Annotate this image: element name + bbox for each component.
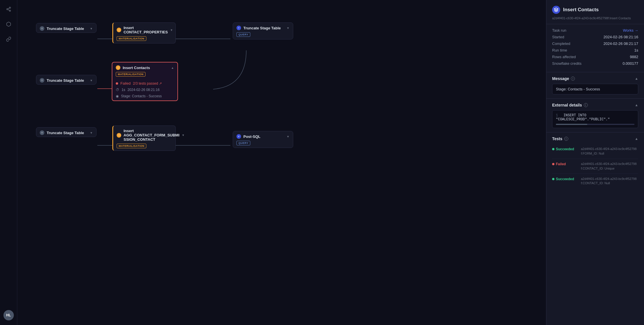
message-section-header: Message i ▲ [552, 76, 638, 81]
insert-contacts-body: Failed 2/3 tests passed ↗ ⏱ 1s 2024-02-2… [112, 79, 177, 100]
svg-point-2 [9, 10, 11, 12]
test-3-status: Succeeded [556, 177, 574, 181]
panel-title: Insert Contacts [563, 7, 599, 13]
code-line-num: 1 [556, 113, 558, 117]
panel-id: a2d4f401-c630-4f24-a243-bc9c4f52798f:Ins… [552, 16, 638, 20]
insert-props-chevron[interactable]: ▼ [170, 28, 173, 32]
run-datetime: 2024-02-26 08:21:16 [128, 88, 160, 92]
code-scrollbar-thumb [556, 124, 587, 125]
node-truncate-1-header: T Truncate Stage Table ▼ [36, 23, 96, 33]
insert-contacts-msg-row: ◉ Stage: Contacts - Success [116, 94, 174, 98]
connections-svg [17, 0, 546, 325]
test-item-2[interactable]: Failed a2d4f401-c630-4f24-a243-bc9c4f527… [552, 159, 638, 174]
truncate-4-chevron[interactable]: ▼ [90, 131, 93, 134]
post-sql-icon: P [236, 134, 241, 139]
truncate-3-icon: T [40, 78, 44, 83]
test-1-dot [552, 148, 554, 150]
task-run-label: Task run [552, 28, 566, 33]
insert-agg-header: ⬡ InsertAGG_CONTACT_FORM_SUBMISSION_CONT… [113, 126, 175, 143]
task-run-value[interactable]: Works → [623, 28, 638, 33]
started-label: Started [552, 35, 564, 39]
message-section: Message i ▲ Stage: Contacts - Success [546, 72, 644, 99]
tests-section: Tests i ▲ Succeeded a2d4f401-c630-4f24-a… [546, 132, 644, 325]
truncate-query-badge: QUERY [236, 32, 250, 37]
panel-icon [552, 6, 560, 14]
svg-point-0 [9, 7, 11, 9]
insert-contacts-icon: ⬡ [116, 65, 120, 70]
external-details-info-icon[interactable]: i [584, 103, 588, 107]
insert-props-badge: MATERIALISATION [117, 36, 146, 41]
external-details-collapse[interactable]: ▲ [635, 103, 638, 107]
link-icon[interactable] [4, 35, 13, 44]
truncate-4-icon: T [40, 130, 44, 135]
test-2-badge: Failed [552, 162, 578, 166]
msg-text: Stage: Contacts - Success [121, 94, 162, 98]
post-sql-badge: QUERY [236, 141, 250, 145]
run-time-label: Run time [552, 48, 567, 52]
message-collapse-btn[interactable]: ▲ [635, 77, 638, 81]
run-time: 1s [122, 88, 125, 92]
test-item-1[interactable]: Succeeded a2d4f401-c630-4f24-a243-bc9c4f… [552, 144, 638, 159]
test-1-badge: Succeeded [552, 147, 578, 151]
tests-info-icon[interactable]: i [564, 137, 568, 141]
node-truncate-3[interactable]: T Truncate Stage Table ▼ [36, 75, 96, 85]
truncate-1-icon: T [40, 26, 44, 31]
truncate-3-header: T Truncate Stage Table ▼ [36, 75, 96, 84]
run-time-value: 1s [634, 48, 638, 52]
rows-affected-row: Rows affected 9882 [552, 55, 638, 59]
insert-props-title: InsertCONTACT_PROPERTIES [124, 26, 168, 34]
package-icon[interactable] [4, 20, 13, 29]
node-insert-contact-props[interactable]: ⬡ InsertCONTACT_PROPERTIES ▼ MATERIALISA… [112, 22, 176, 43]
node-post-sql[interactable]: P Post-SQL ▼ QUERY [233, 131, 293, 148]
rows-affected-value: 9882 [630, 55, 638, 59]
snowflake-row: Snowflake credits 0.000177 [552, 61, 638, 66]
canvas: T Truncate Stage Table ▼ ⬡ InsertCONTACT… [17, 0, 546, 325]
message-section-title: Message i [552, 76, 575, 81]
status-failed-label: Failed [120, 81, 130, 85]
panel-title-row: Insert Contacts [552, 6, 638, 14]
node-truncate-4[interactable]: T Truncate Stage Table ▼ [36, 127, 96, 137]
run-time-row: Run time 1s [552, 48, 638, 52]
code-block: 1 INSERT INTO "COALESCE_PROD"."PUBLIC"." [552, 110, 638, 128]
truncate-3-chevron[interactable]: ▼ [90, 79, 93, 82]
right-panel: Insert Contacts a2d4f401-c630-4f24-a243-… [546, 0, 644, 325]
insert-contacts-time-row: ⏱ 1s 2024-02-26 08:21:16 [116, 88, 174, 92]
node-truncate-1[interactable]: T Truncate Stage Table ▼ [36, 23, 96, 33]
rows-affected-label: Rows affected [552, 55, 576, 59]
post-sql-header: P Post-SQL ▼ [233, 131, 293, 140]
svg-line-3 [8, 9, 9, 10]
completed-value: 2024-02-26 08:21:17 [603, 41, 638, 46]
completed-row: Completed 2024-02-26 08:21:17 [552, 41, 638, 46]
truncate-3-title: Truncate Stage Table [47, 78, 88, 83]
insert-agg-chevron[interactable]: ▼ [182, 134, 185, 137]
test-1-status: Succeeded [556, 147, 574, 151]
insert-contacts-status-row: Failed 2/3 tests passed ↗ [116, 81, 174, 85]
test-2-dot [552, 163, 554, 165]
svg-line-4 [8, 8, 9, 9]
insert-agg-title: InsertAGG_CONTACT_FORM_SUBMISSION_CONTAC… [124, 129, 179, 142]
test-item-3[interactable]: Succeeded a2d4f401-c630-4f24-a243-bc9c4f… [552, 174, 638, 189]
share-icon[interactable] [4, 5, 13, 14]
message-info-icon[interactable]: i [571, 77, 575, 81]
snowflake-label: Snowflake credits [552, 61, 582, 66]
node-insert-contacts[interactable]: ⬡ Insert Contacts ▲ MATERIALISATION Fail… [112, 62, 178, 101]
tests-collapse-btn[interactable]: ▲ [635, 137, 638, 141]
clock-icon: ⏱ [116, 88, 119, 92]
node-truncate-query[interactable]: T Truncate Stage Table ▼ QUERY [233, 22, 293, 39]
task-run-row: Task run Works → [552, 28, 638, 33]
failed-dot [116, 82, 118, 85]
truncate-1-chevron[interactable]: ▼ [90, 27, 93, 30]
external-details-title: External details i [552, 103, 588, 107]
insert-agg-badge: MATERIALISATION [117, 144, 146, 148]
insert-contacts-chevron[interactable]: ▲ [171, 66, 174, 69]
insert-contacts-header: ⬡ Insert Contacts ▲ [112, 62, 177, 72]
post-sql-chevron[interactable]: ▼ [287, 135, 289, 138]
tests-passed-label[interactable]: 2/3 tests passed ↗ [133, 81, 162, 85]
tests-section-header: Tests i ▲ [552, 136, 638, 141]
truncate-query-chevron[interactable]: ▼ [287, 26, 289, 30]
message-box: Stage: Contacts - Success [552, 84, 638, 94]
node-insert-agg[interactable]: ⬡ InsertAGG_CONTACT_FORM_SUBMISSION_CONT… [112, 126, 176, 151]
avatar[interactable]: HL [3, 310, 14, 320]
code-scrollbar[interactable] [556, 124, 634, 125]
insert-props-icon: ⬡ [117, 28, 121, 32]
